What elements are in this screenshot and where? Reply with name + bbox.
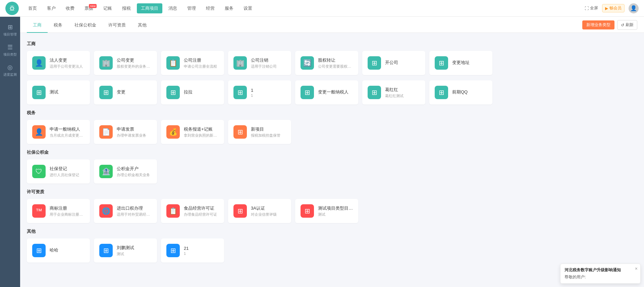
card-title-change-address: 变更地址 bbox=[452, 60, 487, 66]
logo[interactable] bbox=[5, 2, 19, 15]
topnav: 首页 客户 收费 票据 new 记账 报税 工商项目 消息 管理 经营 服务 设… bbox=[0, 0, 644, 17]
card-lala[interactable]: ⊞ 拉拉 bbox=[161, 80, 224, 104]
card-icon-tax-report: 💰 bbox=[166, 125, 180, 139]
member-btn[interactable]: ▶ 畅会员 bbox=[602, 4, 625, 12]
tab-social[interactable]: 社保公积金 bbox=[68, 22, 102, 33]
card-liupeng-test[interactable]: ⊞ 刘鹏测试 测试 bbox=[94, 238, 157, 263]
cards-grid-license: ™ 商标注册 用于企业商标注册服务 🌐 进出口权办理 适用于对外贸易经营者 bbox=[27, 199, 637, 223]
card-mohonghong[interactable]: ⊞ 葛红红 葛红红测试 bbox=[362, 80, 425, 104]
card-open-company[interactable]: ⊞ 开公司 bbox=[362, 51, 425, 75]
card-social-register[interactable]: 🛡 社保登记 进行人员社保登记 bbox=[27, 159, 90, 184]
user-avatar[interactable]: 👤 bbox=[629, 3, 639, 13]
nav-service[interactable]: 服务 bbox=[221, 3, 237, 13]
nav-operation[interactable]: 经营 bbox=[202, 3, 219, 13]
card-fund-open[interactable]: 🏦 公积金开户 办理公积金相关业务 bbox=[94, 159, 157, 184]
card-title-apply-invoice: 申请发票 bbox=[117, 126, 152, 132]
tab-license[interactable]: 许可资质 bbox=[102, 22, 132, 33]
card-icon-test: ⊞ bbox=[32, 86, 46, 99]
page-content: 工商 税务 社保公积金 许可资质 其他 新增业务类型 ↺ 刷新 工商 bbox=[20, 17, 644, 287]
card-title-social-register: 社保登记 bbox=[50, 166, 85, 172]
nav-tax[interactable]: 报税 bbox=[118, 3, 135, 13]
card-title-mohonghong: 葛红红 bbox=[385, 87, 420, 93]
nav-ticket[interactable]: 票据 new bbox=[80, 3, 97, 13]
nav-bookkeeping[interactable]: 记账 bbox=[99, 3, 116, 13]
card-import-export[interactable]: 🌐 进出口权办理 适用于对外贸易经营者 bbox=[94, 199, 157, 223]
notification-content: 尊敬的用户: bbox=[565, 274, 636, 280]
card-title-company-cancel: 公司注销 bbox=[251, 57, 286, 63]
card-icon-3a-cert: ⊞ bbox=[233, 204, 247, 218]
card-company-cancel[interactable]: 🏢 公司注销 适用于注销公司 bbox=[228, 51, 291, 75]
sidebar-project-manage[interactable]: ⊞ 项目管理 bbox=[0, 20, 20, 40]
cards-grid-other: ⊞ 哈哈 ⊞ 刘鹏测试 测试 ⊞ bbox=[27, 238, 637, 263]
card-desc-equity-transfer: 公司变更需要股权转让 bbox=[318, 64, 353, 69]
card-icon-liupeng-test: ⊞ bbox=[99, 244, 113, 257]
nav-industrial[interactable]: 工商项目 bbox=[137, 3, 162, 13]
card-food-license[interactable]: 📋 食品经营许可证 办理食品经营许可证 bbox=[161, 199, 224, 223]
left-sidebar: ⊞ 项目管理 ☰ 项目类型 ◎ 进度监测 bbox=[0, 17, 20, 287]
card-new-project[interactable]: ⊞ 新项目 报税加税控盘保管 bbox=[228, 120, 291, 144]
add-business-type-button[interactable]: 新增业务类型 bbox=[582, 20, 614, 29]
card-icon-company-register: 📋 bbox=[166, 56, 180, 70]
card-icon-test-type: ⊞ bbox=[301, 204, 314, 218]
card-3a-cert[interactable]: ⊞ 3A认证 对企业信誉评级 bbox=[228, 199, 291, 223]
section-title-tax: 税务 bbox=[27, 110, 637, 116]
card-icon-change: ⊞ bbox=[99, 86, 113, 99]
nav-customer[interactable]: 客户 bbox=[43, 3, 60, 13]
card-desc-new-project: 报税加税控盘保管 bbox=[251, 133, 286, 138]
nav-home[interactable]: 首页 bbox=[24, 3, 41, 13]
card-icon-lala: ⊞ bbox=[166, 86, 180, 99]
card-twenty-one[interactable]: ⊞ 21 1 bbox=[161, 238, 224, 263]
card-desc-apply-taxpayer: 当月或次月成变更完成 bbox=[50, 133, 85, 138]
card-title-3a-cert: 3A认证 bbox=[251, 205, 286, 211]
nav-settings[interactable]: 设置 bbox=[239, 3, 256, 13]
card-change[interactable]: ⊞ 变更 bbox=[94, 80, 157, 104]
card-desc-test-type: 测试 bbox=[318, 212, 353, 217]
project-type-icon: ☰ bbox=[7, 44, 13, 51]
card-company-register[interactable]: 📋 公司注册 申请公司注册全流程 bbox=[161, 51, 224, 75]
nav-manage[interactable]: 管理 bbox=[183, 3, 200, 13]
nav-message[interactable]: 消息 bbox=[164, 3, 181, 13]
card-title-company-change: 公司变更 bbox=[117, 57, 152, 63]
cards-grid-social: 🛡 社保登记 进行人员社保登记 🏦 公积金开户 办理公积金相关业务 bbox=[27, 159, 637, 184]
card-trademark[interactable]: ™ 商标注册 用于企业商标注册服务 bbox=[27, 199, 90, 223]
card-title-one: 1 bbox=[251, 88, 286, 93]
card-change-address[interactable]: ⊞ 变更地址 bbox=[429, 51, 492, 75]
nav-collection[interactable]: 收费 bbox=[62, 3, 78, 13]
card-icon-change-address: ⊞ bbox=[435, 56, 448, 70]
card-title-haha: 哈哈 bbox=[50, 247, 85, 253]
card-one[interactable]: ⊞ 1 1 bbox=[228, 80, 291, 104]
card-title-former-qq: 前期QQ bbox=[452, 89, 487, 95]
sidebar-project-type[interactable]: ☰ 项目类型 bbox=[0, 40, 20, 60]
card-icon-social-register: 🛡 bbox=[32, 165, 46, 178]
card-tax-report[interactable]: 💰 税务报道+记账 拿到营业执照的新公司 bbox=[161, 120, 224, 144]
refresh-button[interactable]: ↺ 刷新 bbox=[617, 20, 637, 30]
card-apply-taxpayer[interactable]: 👤 申请一般纳税人 当月或次月成变更完成 bbox=[27, 120, 90, 144]
tab-other[interactable]: 其他 bbox=[132, 22, 153, 33]
card-change-taxpayer[interactable]: ⊞ 变更一般纳税人 bbox=[295, 80, 358, 104]
fullscreen-btn[interactable]: ⛶ 全屏 bbox=[585, 5, 598, 11]
card-haha[interactable]: ⊞ 哈哈 bbox=[27, 238, 90, 263]
card-legal-change[interactable]: 👤 法人变更 适用于公司变更法人 bbox=[27, 51, 90, 75]
card-title-change-taxpayer: 变更一般纳税人 bbox=[318, 89, 353, 95]
card-desc-company-cancel: 适用于注销公司 bbox=[251, 64, 286, 69]
card-former-qq[interactable]: ⊞ 前期QQ bbox=[429, 80, 492, 104]
card-test-type[interactable]: ⊞ 测试项目类型目定义 测试 bbox=[295, 199, 358, 223]
card-icon-company-cancel: 🏢 bbox=[233, 56, 247, 70]
card-title-new-project: 新项目 bbox=[251, 126, 286, 132]
avatar-icon: 👤 bbox=[630, 5, 637, 11]
cards-grid-tax: 👤 申请一般纳税人 当月或次月成变更完成 📄 申请发票 办理申请发票业务 bbox=[27, 120, 637, 144]
card-desc-3a-cert: 对企业信誉评级 bbox=[251, 212, 286, 217]
tab-industrial[interactable]: 工商 bbox=[27, 22, 48, 33]
card-company-change[interactable]: 🏢 公司变更 股权变更外的业务变更 bbox=[94, 51, 157, 75]
card-apply-invoice[interactable]: 📄 申请发票 办理申请发票业务 bbox=[94, 120, 157, 144]
card-equity-transfer[interactable]: 🔄 股权转让 公司变更需要股权转让 bbox=[295, 51, 358, 75]
card-desc-company-register: 申请公司注册全流程 bbox=[184, 64, 219, 69]
notification-close-btn[interactable]: × bbox=[635, 266, 638, 271]
sidebar-progress-monitor[interactable]: ◎ 进度监测 bbox=[0, 60, 20, 80]
card-title-import-export: 进出口权办理 bbox=[117, 205, 152, 211]
card-test[interactable]: ⊞ 测试 bbox=[27, 80, 90, 104]
card-icon-company-change: 🏢 bbox=[99, 56, 113, 70]
card-title-lala: 拉拉 bbox=[184, 89, 219, 95]
card-desc-food-license: 办理食品经营许可证 bbox=[184, 212, 219, 217]
tab-tax[interactable]: 税务 bbox=[48, 22, 68, 33]
